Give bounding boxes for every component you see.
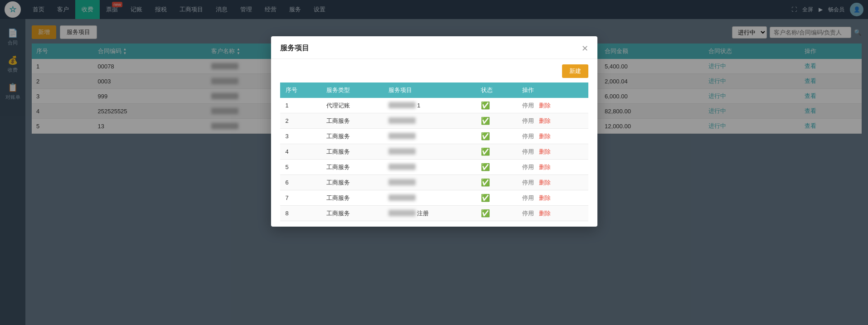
modal-header: 服务项目 ✕ bbox=[271, 36, 597, 59]
stop-button[interactable]: 停用 bbox=[522, 117, 534, 124]
delete-button[interactable]: 删除 bbox=[539, 210, 551, 217]
modal-col-item: 服务项目 bbox=[383, 82, 476, 98]
modal-table-row: 1 代理记账 1 ✅ 停用 删除 bbox=[280, 98, 588, 113]
modal-col-type: 服务类型 bbox=[321, 82, 383, 98]
modal-body: 新建 序号 服务类型 服务项目 状态 操作 1 代理记账 bbox=[271, 59, 597, 227]
modal-new-button[interactable]: 新建 bbox=[562, 64, 588, 78]
delete-button[interactable]: 删除 bbox=[539, 179, 551, 186]
modal-table-row: 6 工商服务 ✅ 停用 删除 bbox=[280, 175, 588, 190]
modal-col-status: 状态 bbox=[475, 82, 516, 98]
modal-table: 序号 服务类型 服务项目 状态 操作 1 代理记账 1 ✅ bbox=[280, 82, 588, 221]
stop-button[interactable]: 停用 bbox=[522, 102, 534, 109]
modal: 服务项目 ✕ 新建 序号 服务类型 服务项目 状态 操作 bbox=[271, 36, 597, 227]
modal-col-seq: 序号 bbox=[280, 82, 321, 98]
modal-table-row: 8 工商服务 注册 ✅ 停用 删除 bbox=[280, 206, 588, 221]
delete-button[interactable]: 删除 bbox=[539, 102, 551, 109]
modal-title: 服务项目 bbox=[280, 44, 309, 53]
stop-button[interactable]: 停用 bbox=[522, 210, 534, 217]
stop-button[interactable]: 停用 bbox=[522, 133, 534, 140]
delete-button[interactable]: 删除 bbox=[539, 117, 551, 124]
modal-table-row: 7 工商服务 ✅ 停用 删除 bbox=[280, 190, 588, 206]
stop-button[interactable]: 停用 bbox=[522, 194, 534, 201]
modal-table-row: 3 工商服务 ✅ 停用 删除 bbox=[280, 129, 588, 144]
modal-overlay[interactable]: 服务项目 ✕ 新建 序号 服务类型 服务项目 状态 操作 bbox=[0, 0, 868, 325]
modal-col-action: 操作 bbox=[517, 82, 588, 98]
delete-button[interactable]: 删除 bbox=[539, 164, 551, 170]
stop-button[interactable]: 停用 bbox=[522, 148, 534, 155]
modal-table-row: 4 工商服务 ✅ 停用 删除 bbox=[280, 144, 588, 160]
modal-toolbar: 新建 bbox=[280, 64, 588, 78]
stop-button[interactable]: 停用 bbox=[522, 164, 534, 170]
delete-button[interactable]: 删除 bbox=[539, 148, 551, 155]
modal-close-button[interactable]: ✕ bbox=[582, 44, 588, 53]
delete-button[interactable]: 删除 bbox=[539, 133, 551, 140]
delete-button[interactable]: 删除 bbox=[539, 194, 551, 201]
modal-table-row: 2 工商服务 ✅ 停用 删除 bbox=[280, 113, 588, 129]
modal-table-row: 5 工商服务 ✅ 停用 删除 bbox=[280, 160, 588, 175]
stop-button[interactable]: 停用 bbox=[522, 179, 534, 186]
